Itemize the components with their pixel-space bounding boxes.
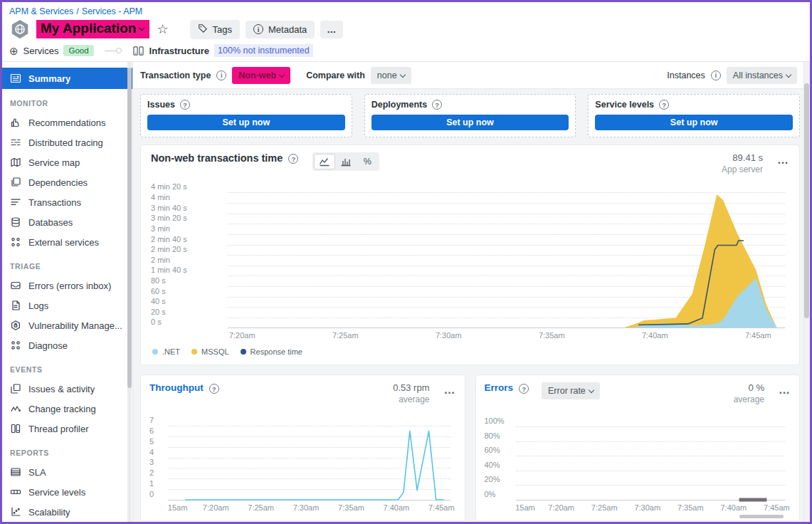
transaction-type-info-icon[interactable]: i (216, 70, 226, 80)
filter-bar: Transaction type i Non-web Compare with … (133, 62, 810, 89)
compare-with-dropdown[interactable]: none (371, 67, 411, 84)
sidebar-nav: SummaryMONITORRecommendationsDistributed… (2, 68, 132, 522)
link-toggle-icon (105, 48, 122, 53)
sidebar-item-transactions[interactable]: Transactions (2, 192, 132, 212)
services-label: Services (23, 46, 59, 56)
sidebar-item-label: Service levels (28, 487, 85, 498)
x-axis-label: 15am (515, 503, 535, 512)
sidebar-item-dependencies[interactable]: Dependencies (2, 172, 132, 192)
y-axis-label: 3 min 40 s (151, 204, 187, 212)
throughput-help-icon[interactable]: ? (209, 384, 219, 394)
error-rate-dropdown[interactable]: Error rate (542, 382, 600, 399)
sidebar-item-external-services[interactable]: External services (2, 232, 132, 252)
errors-value-sub: average (734, 394, 764, 406)
sidebar-item-thread-profiler[interactable]: Thread profiler (2, 419, 132, 439)
set-up-now-button-service-levels[interactable]: Set up now (595, 115, 793, 130)
sidebar-item-sla[interactable]: SLA (2, 462, 132, 482)
x-axis-label: 7:45am (745, 331, 771, 340)
sidebar-item-service-levels[interactable]: Service levels (2, 482, 132, 502)
info-icon: i (253, 24, 263, 34)
y-axis-label: 1 (149, 479, 154, 488)
sidebar-scrollbar-thumb[interactable] (127, 68, 132, 388)
diagnose-icon (10, 340, 21, 351)
services-status-badge[interactable]: Good (63, 45, 93, 56)
tag-icon (198, 23, 208, 36)
y-axis-label: 80 s (151, 276, 166, 285)
service-map-icon (10, 157, 21, 168)
service-hexagon-icon (9, 19, 31, 40)
sidebar-item-label: Transactions (28, 197, 81, 208)
throughput-card: Throughput ? 0.53 rpm average … 01234567… (140, 374, 465, 521)
y-axis-label: 4 (149, 448, 154, 456)
sidebar-section-title-monitor: MONITOR (10, 99, 132, 108)
y-axis-label: 20% (485, 475, 500, 483)
page-header: APM & Services/Services - APM My Applica… (2, 2, 810, 62)
compare-with-value: none (377, 70, 397, 80)
throughput-value-sub: average (393, 394, 429, 406)
favorite-star-icon[interactable]: ☆ (157, 23, 168, 36)
set-up-now-button-deployments[interactable]: Set up now (371, 115, 569, 130)
errors-title-link[interactable]: Errors (485, 382, 514, 393)
errors-help-icon[interactable]: ? (519, 384, 529, 394)
sidebar-item-recommendations[interactable]: Recommendations (2, 112, 132, 132)
header-more-button[interactable]: … (320, 21, 343, 38)
setup-card-service-levels: Service levels?Set up now (588, 94, 800, 137)
errors-kebab-menu[interactable]: … (779, 384, 791, 397)
chart-kebab-menu[interactable]: … (777, 154, 789, 167)
sidebar-item-issues-activity[interactable]: Issues & activity (2, 379, 132, 399)
legend-label: MSSQL (201, 347, 229, 356)
help-icon[interactable]: ? (659, 100, 669, 110)
metadata-button-label: Metadata (268, 24, 307, 35)
x-axis-label: 7:30am (634, 503, 660, 512)
setup-card-title: Issues (147, 100, 175, 110)
transactions-icon (10, 197, 21, 208)
tags-button[interactable]: Tags (190, 20, 240, 39)
transaction-type-dropdown[interactable]: Non-web (232, 67, 290, 84)
breadcrumb-link-apm-services[interactable]: APM & Services (9, 6, 73, 16)
x-axis-label: 7:40am (642, 331, 668, 340)
sidebar-item-logs[interactable]: Logs (2, 295, 132, 315)
metadata-button[interactable]: i Metadata (246, 21, 315, 38)
sidebar-item-distributed-tracing[interactable]: Distributed tracing (2, 132, 132, 152)
legend-item-response-time[interactable]: Response time (241, 347, 302, 356)
throughput-title-link[interactable]: Throughput (149, 382, 204, 393)
chart-value-block: 89.41 s App server (722, 152, 763, 175)
breadcrumb-link-services-apm[interactable]: Services - APM (82, 6, 142, 16)
sidebar-item-diagnose[interactable]: Diagnose (2, 335, 132, 355)
instances-dropdown[interactable]: All instances (727, 67, 797, 84)
horizontal-scrollbar-thumb[interactable] (739, 515, 784, 518)
gridline (228, 328, 785, 328)
application-title-dropdown[interactable]: My Application (36, 20, 149, 38)
chart-help-icon[interactable]: ? (288, 154, 298, 164)
sidebar-item-databases[interactable]: Databases (2, 212, 132, 232)
bar-chart-type-button[interactable] (335, 154, 357, 169)
sidebar-item-label: Distributed tracing (28, 137, 103, 148)
line-chart-type-button[interactable] (314, 154, 335, 169)
legend-item-net[interactable]: .NET (152, 347, 180, 356)
setup-card-title: Deployments (371, 100, 428, 110)
sidebar-item-errors-errors-inbox[interactable]: Errors (errors inbox) (2, 276, 132, 295)
help-icon[interactable]: ? (180, 100, 190, 110)
sidebar-item-summary[interactable]: Summary (2, 68, 132, 89)
sidebar: SummaryMONITORRecommendationsDistributed… (2, 62, 133, 522)
sidebar-item-vulnerability-manage[interactable]: Vulnerability Manage... (2, 315, 132, 335)
sidebar-item-change-tracking[interactable]: Change tracking (2, 399, 132, 419)
percent-chart-type-button[interactable]: % (357, 154, 378, 169)
issues-activity-icon (10, 383, 21, 394)
external-services-icon (10, 236, 21, 248)
legend-item-mssql[interactable]: MSSQL (191, 347, 229, 356)
main-chart-plot: 0 s20 s40 s60 s80 s1 min 40 s2 min2 min … (228, 192, 785, 328)
set-up-now-button-issues[interactable]: Set up now (147, 115, 345, 130)
y-axis-label: 0% (485, 490, 496, 498)
sidebar-item-scalability[interactable]: Scalability (2, 502, 132, 522)
instances-info-icon[interactable]: i (711, 70, 721, 80)
infrastructure-status-badge[interactable]: 100% not instrumented (214, 44, 313, 57)
status-row: ⊕ Services Good Infrastructure 100% not … (9, 44, 803, 57)
help-icon[interactable]: ? (432, 100, 442, 110)
chevron-down-icon (399, 71, 405, 77)
throughput-kebab-menu[interactable]: … (444, 384, 456, 397)
sidebar-item-label: Dependencies (28, 177, 88, 188)
content-scrollbar-thumb[interactable] (804, 83, 809, 318)
sidebar-section-title-reports: REPORTS (10, 449, 132, 457)
sidebar-item-service-map[interactable]: Service map (2, 152, 132, 172)
